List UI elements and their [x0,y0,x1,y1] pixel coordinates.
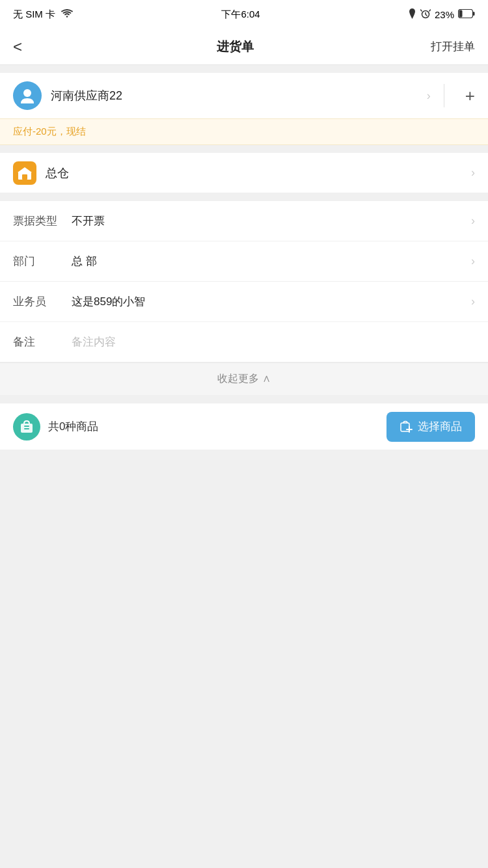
alarm-icon [420,8,431,21]
form-section: 票据类型 不开票 › 部门 总 部 › 业务员 这是859的小智 › 备注 备注… [0,201,488,395]
salesperson-label: 业务员 [13,294,72,309]
notice-banner: 应付-20元，现结 [0,118,488,145]
product-icon [13,413,40,441]
svg-rect-10 [401,423,409,431]
status-left: 无 SIM 卡 [13,8,74,21]
warehouse-chevron-icon: › [471,166,475,180]
svg-rect-6 [22,174,27,180]
select-product-label: 选择商品 [418,419,462,434]
product-count-section: 共0种商品 [13,413,98,441]
remark-row[interactable]: 备注 备注内容 [0,322,488,362]
svg-point-4 [23,89,31,97]
open-pending-button[interactable]: 打开挂单 [431,39,475,54]
status-bar: 无 SIM 卡 下午6:04 23% [0,0,488,29]
section-gap-4 [0,395,488,403]
nav-bar: < 进货单 打开挂单 [0,29,488,65]
bottom-bar: 共0种商品 选择商品 [0,403,488,450]
warehouse-name: 总仓 [46,165,471,181]
department-value: 总 部 [72,254,471,269]
section-gap-2 [0,145,488,153]
department-row[interactable]: 部门 总 部 › [0,241,488,282]
department-chevron-icon: › [471,254,475,268]
warehouse-section: 总仓 › [0,153,488,193]
svg-rect-2 [473,12,475,16]
supplier-row[interactable]: 河南供应商22 › + [0,73,488,118]
supplier-row-right: › + [427,84,475,107]
department-label: 部门 [13,254,72,269]
invoice-type-row[interactable]: 票据类型 不开票 › [0,201,488,241]
battery-text: 23% [435,9,454,20]
add-supplier-button[interactable]: + [465,86,475,106]
page-title: 进货单 [217,38,254,55]
section-gap-1 [0,65,488,73]
collapse-label: 收起更多 ∧ [217,372,270,386]
invoice-type-label: 票据类型 [13,213,72,228]
supplier-chevron-icon: › [427,89,431,103]
section-gap-3 [0,193,488,201]
supplier-section: 河南供应商22 › + 应付-20元，现结 [0,73,488,145]
supplier-avatar [13,81,42,110]
battery-icon [458,9,475,20]
remark-input[interactable]: 备注内容 [72,334,475,349]
salesperson-chevron-icon: › [471,295,475,308]
select-product-button[interactable]: 选择商品 [386,412,475,442]
remark-label: 备注 [13,334,72,349]
svg-rect-3 [459,10,463,17]
status-time: 下午6:04 [221,8,260,21]
warehouse-icon [13,161,36,185]
location-icon [408,8,416,21]
wifi-icon [61,8,74,20]
vertical-divider [444,84,444,107]
salesperson-value: 这是859的小智 [72,294,471,309]
carrier-text: 无 SIM 卡 [13,8,55,21]
status-right: 23% [408,8,475,21]
collapse-row[interactable]: 收起更多 ∧ [0,362,488,395]
warehouse-row[interactable]: 总仓 › [0,153,488,193]
back-button[interactable]: < [13,38,39,56]
supplier-name: 河南供应商22 [51,88,427,103]
salesperson-row[interactable]: 业务员 这是859的小智 › [0,282,488,322]
invoice-type-chevron-icon: › [471,214,475,228]
invoice-type-value: 不开票 [72,213,471,228]
product-count-text: 共0种商品 [48,419,98,434]
page-body [0,450,488,645]
